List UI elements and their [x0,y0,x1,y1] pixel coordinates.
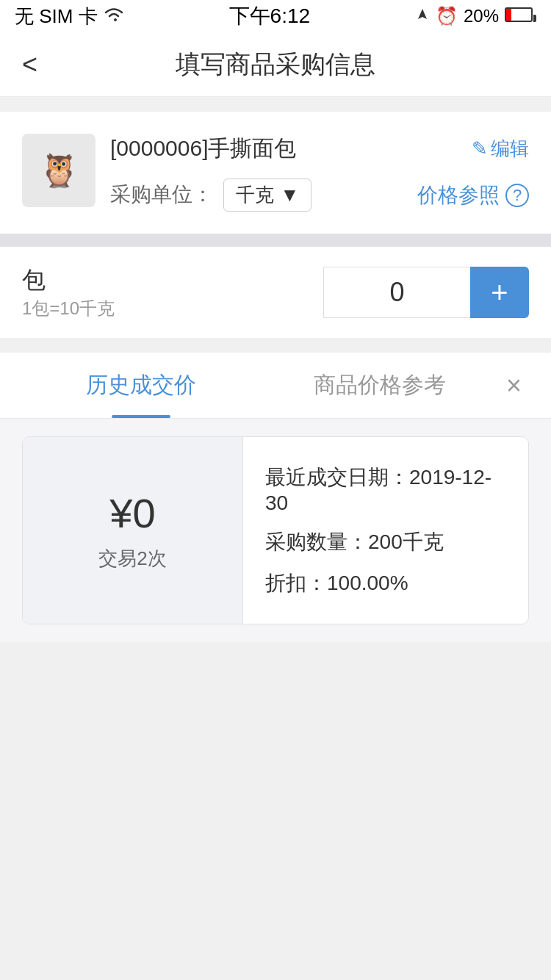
recent-date-label: 最近成交日期： [265,466,409,489]
quantity-input[interactable]: 0 [323,267,470,318]
tab-product-price-label: 商品价格参考 [314,372,446,397]
back-button[interactable]: < [15,42,45,87]
purchase-quantity-label: 采购数量： [265,530,368,553]
quantity-value: 0 [389,277,404,308]
edit-label: 编辑 [491,136,529,162]
discount-row: 折扣：100.00% [265,569,506,597]
alarm-icon: ⏰ [436,6,458,26]
quantity-control: 0 + [323,267,529,318]
purchase-quantity-row: 采购数量：200千克 [265,528,506,556]
location-icon [415,6,430,26]
product-thumbnail: 🦉 [22,134,96,207]
help-icon: ? [505,184,529,207]
wifi-icon [104,5,124,28]
edit-icon: ✎ [472,137,488,160]
battery-percent: 20% [464,6,499,26]
quantity-unit: 包 [22,264,115,297]
history-details: 最近成交日期：2019-12-30 采购数量：200千克 折扣：100.00% [243,437,528,624]
history-price-block: ¥0 交易2次 [23,437,243,624]
product-top-row: [0000006]手撕面包 ✎ 编辑 [110,134,529,164]
product-name: [0000006]手撕面包 [110,134,296,164]
unit-select[interactable]: 千克 ▼ [223,179,311,212]
tab-product-price-ref[interactable]: 商品价格参考 [260,353,498,418]
history-content: ¥0 交易2次 最近成交日期：2019-12-30 采购数量：200千克 折扣：… [0,419,551,642]
status-right: ⏰ 20% [415,6,536,26]
dropdown-icon: ▼ [280,184,299,206]
carrier-text: 无 SIM 卡 [15,4,98,29]
history-trades: 交易2次 [98,546,166,572]
history-card: ¥0 交易2次 最近成交日期：2019-12-30 采购数量：200千克 折扣：… [22,436,529,624]
quantity-row: 包 1包=10千克 0 + [0,247,551,338]
quantity-plus-button[interactable]: + [470,267,529,318]
product-header: 🦉 [0000006]手撕面包 ✎ 编辑 采购单位： 千克 ▼ [22,134,529,212]
quantity-conversion: 1包=10千克 [22,297,115,320]
tabs-bar: 历史成交价 商品价格参考 × [0,353,551,419]
unit-label: 采购单位： [110,183,213,206]
purchase-quantity-value: 200千克 [368,530,444,553]
tab-history-label: 历史成交价 [86,372,196,397]
recent-date-row: 最近成交日期：2019-12-30 [265,464,506,515]
status-bar: 无 SIM 卡 下午6:12 ⏰ 20% [0,0,551,32]
tab-history-price[interactable]: 历史成交价 [22,353,260,418]
product-details: [0000006]手撕面包 ✎ 编辑 采购单位： 千克 ▼ 价格参照 ? [110,134,529,212]
status-left: 无 SIM 卡 [15,4,124,29]
price-ref-button[interactable]: 价格参照 ? [417,181,529,209]
price-ref-label: 价格参照 [417,181,500,209]
history-price: ¥0 [109,489,155,537]
battery-icon [505,6,536,26]
status-time: 下午6:12 [229,2,311,30]
quantity-label-block: 包 1包=10千克 [22,264,115,320]
unit-section: 采购单位： 千克 ▼ [110,179,311,212]
unit-value: 千克 [236,182,274,208]
product-logo-icon: 🦉 [39,151,79,190]
close-button[interactable]: × [499,363,529,408]
edit-button[interactable]: ✎ 编辑 [472,136,529,162]
discount-value: 100.00% [327,572,408,594]
nav-bar: < 填写商品采购信息 [0,32,551,97]
product-card: 🦉 [0000006]手撕面包 ✎ 编辑 采购单位： 千克 ▼ [0,112,551,234]
page-title: 填写商品采购信息 [176,48,375,82]
gray-divider [0,234,551,247]
discount-label: 折扣： [265,572,327,594]
product-unit-row: 采购单位： 千克 ▼ 价格参照 ? [110,179,529,212]
